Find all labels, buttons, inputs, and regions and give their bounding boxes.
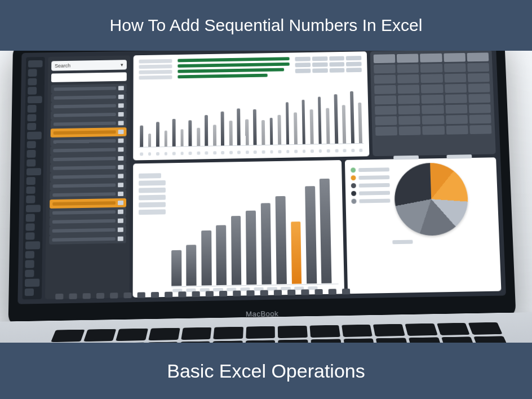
footer-band: Basic Excel Operations bbox=[0, 343, 532, 399]
top-chart-axis bbox=[139, 147, 363, 156]
toolbar-icon[interactable] bbox=[83, 293, 91, 299]
data-table bbox=[370, 51, 496, 156]
lower-bar-chart-panel bbox=[133, 160, 345, 298]
dashboard bbox=[133, 51, 502, 298]
top-bar-chart-panel bbox=[133, 51, 369, 160]
legend-item bbox=[351, 190, 390, 196]
top-bar-chart bbox=[139, 79, 363, 147]
legend-item bbox=[351, 183, 390, 188]
progress-bars bbox=[178, 57, 290, 78]
mini-value-grid bbox=[295, 56, 361, 73]
toolbar-icon[interactable] bbox=[69, 294, 77, 299]
toolbar-icon[interactable] bbox=[138, 292, 145, 298]
mini-label-stack bbox=[139, 59, 172, 80]
keyboard bbox=[32, 322, 523, 343]
toolbar-icon[interactable] bbox=[110, 292, 118, 298]
hero-stage: Search ▾ bbox=[0, 51, 532, 343]
row-ruler bbox=[23, 57, 45, 299]
toolbar-icon[interactable] bbox=[274, 290, 282, 295]
toolbar-icon[interactable] bbox=[151, 292, 159, 298]
toolbar-icon[interactable] bbox=[329, 289, 336, 295]
app-screen: Search ▾ bbox=[17, 51, 506, 304]
legend-item bbox=[351, 175, 389, 180]
toolbar-icon[interactable] bbox=[301, 289, 309, 295]
toolbar-icon[interactable] bbox=[206, 291, 214, 296]
toolbar-icon[interactable] bbox=[246, 290, 254, 296]
toolbar-icon[interactable] bbox=[314, 289, 322, 295]
toolbar-icon[interactable] bbox=[178, 291, 186, 297]
pie-chart bbox=[394, 162, 469, 236]
toolbar-icon[interactable] bbox=[165, 292, 172, 298]
sidebar-pill[interactable] bbox=[51, 72, 127, 82]
toolbar-icon[interactable] bbox=[123, 292, 131, 298]
laptop-bezel: Search ▾ bbox=[8, 51, 516, 327]
legend-item bbox=[351, 198, 390, 203]
pie-chart-panel bbox=[345, 157, 502, 294]
sidebar: Search ▾ bbox=[45, 55, 130, 299]
search-label: Search bbox=[55, 63, 70, 69]
sidebar-item[interactable] bbox=[49, 234, 126, 244]
chevron-down-icon: ▾ bbox=[121, 62, 123, 68]
toolbar-icon[interactable] bbox=[233, 290, 241, 296]
toolbar-icon[interactable] bbox=[192, 291, 200, 297]
laptop-mockup: Search ▾ bbox=[7, 51, 532, 343]
toolbar-icon[interactable] bbox=[55, 294, 63, 299]
search-field[interactable]: Search ▾ bbox=[51, 60, 127, 71]
footer-title: Basic Excel Operations bbox=[167, 360, 365, 382]
lower-bar-chart bbox=[171, 165, 339, 287]
side-value-labels bbox=[139, 167, 166, 293]
toolbar-icon[interactable] bbox=[287, 290, 295, 295]
toolbar-icon[interactable] bbox=[219, 291, 227, 296]
pie-legend bbox=[351, 163, 390, 203]
toolbar-icon[interactable] bbox=[342, 289, 350, 294]
page-title: How To Add Sequential Numbers In Excel bbox=[110, 16, 423, 35]
toolbar-icon[interactable] bbox=[96, 293, 104, 299]
header-band: How To Add Sequential Numbers In Excel bbox=[0, 0, 532, 51]
legend-item bbox=[351, 167, 389, 172]
toolbar-icon[interactable] bbox=[260, 290, 268, 296]
